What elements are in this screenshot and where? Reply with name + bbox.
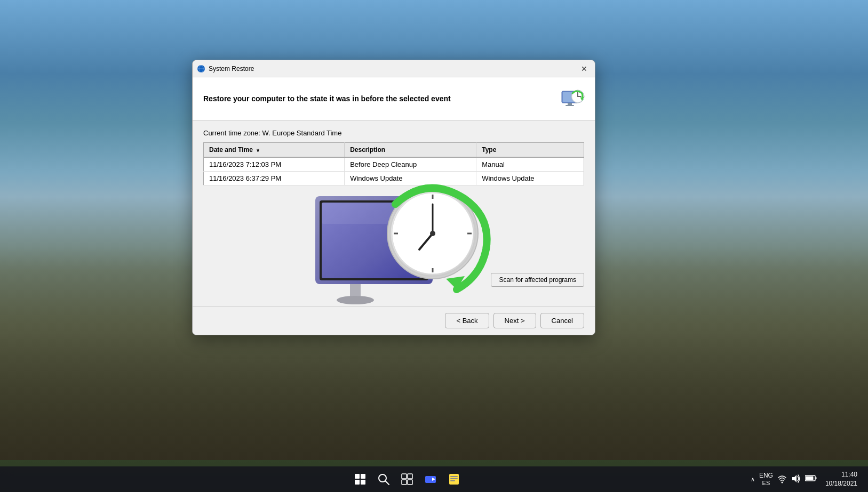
start-button[interactable] — [349, 469, 371, 490]
svg-rect-39 — [408, 474, 412, 479]
svg-marker-49 — [792, 475, 797, 482]
svg-rect-47 — [450, 480, 455, 481]
dialog-titlebar: System Restore ✕ — [193, 60, 595, 77]
timezone-label: Current time zone: W. Europe Standard Ti… — [203, 129, 584, 137]
svg-point-48 — [781, 481, 783, 483]
svg-point-30 — [430, 231, 435, 236]
battery-icon[interactable] — [805, 474, 817, 484]
volume-icon[interactable] — [791, 474, 801, 485]
col-description[interactable]: Description — [345, 143, 476, 158]
svg-rect-33 — [361, 474, 365, 479]
scan-for-programs-button[interactable]: Scan for affected programs — [491, 273, 584, 287]
svg-rect-34 — [355, 480, 360, 485]
taskbar-icons — [64, 469, 751, 490]
tray-chevron[interactable]: ∧ — [751, 476, 755, 483]
taskbar-tray: ∧ ENG ES — [751, 470, 868, 488]
dialog-title-icon — [197, 64, 205, 73]
clock-time: 11:40 — [825, 470, 857, 479]
svg-rect-45 — [450, 476, 458, 477]
table-header-row: Date and Time ∨ Description Type — [204, 143, 584, 158]
svg-rect-32 — [355, 474, 360, 479]
search-button[interactable] — [373, 469, 394, 490]
dialog-header: Restore your computer to the state it wa… — [193, 77, 595, 120]
svg-rect-46 — [450, 478, 458, 479]
dialog-header-icon — [559, 86, 584, 111]
dialog-header-text: Restore your computer to the state it wa… — [203, 94, 451, 103]
task-view-button[interactable] — [396, 469, 418, 490]
taskbar: ∧ ENG ES — [0, 466, 868, 492]
col-datetime[interactable]: Date and Time ∨ — [204, 143, 345, 158]
dialog-title: System Restore — [209, 65, 575, 72]
restore-illustration — [299, 164, 502, 313]
svg-rect-35 — [361, 480, 365, 485]
illustration-area: Scan for affected programs — [203, 180, 584, 297]
lang-secondary: ES — [759, 480, 773, 487]
dialog-close-button[interactable]: ✕ — [578, 62, 591, 75]
svg-rect-41 — [408, 480, 412, 485]
system-restore-dialog: System Restore ✕ Restore your computer t… — [192, 60, 595, 335]
language-indicator[interactable]: ENG ES — [759, 472, 773, 487]
svg-rect-38 — [402, 474, 407, 479]
zoom-button[interactable] — [420, 469, 441, 490]
svg-rect-40 — [402, 480, 407, 485]
col-type[interactable]: Type — [476, 143, 584, 158]
clock-date: 10/18/2021 — [825, 479, 857, 488]
sticky-notes-button[interactable] — [443, 469, 465, 490]
cancel-button[interactable]: Cancel — [540, 313, 584, 328]
svg-line-37 — [385, 481, 389, 485]
svg-rect-51 — [806, 477, 813, 480]
svg-rect-6 — [566, 105, 574, 106]
lang-primary: ENG — [759, 472, 773, 479]
sort-arrow: ∨ — [256, 148, 260, 153]
dialog-body: Current time zone: W. Europe Standard Ti… — [193, 120, 595, 306]
svg-rect-52 — [815, 477, 816, 479]
svg-point-15 — [337, 296, 374, 304]
wifi-icon[interactable] — [777, 474, 787, 485]
taskbar-clock[interactable]: 11:40 10/18/2021 — [821, 470, 862, 488]
